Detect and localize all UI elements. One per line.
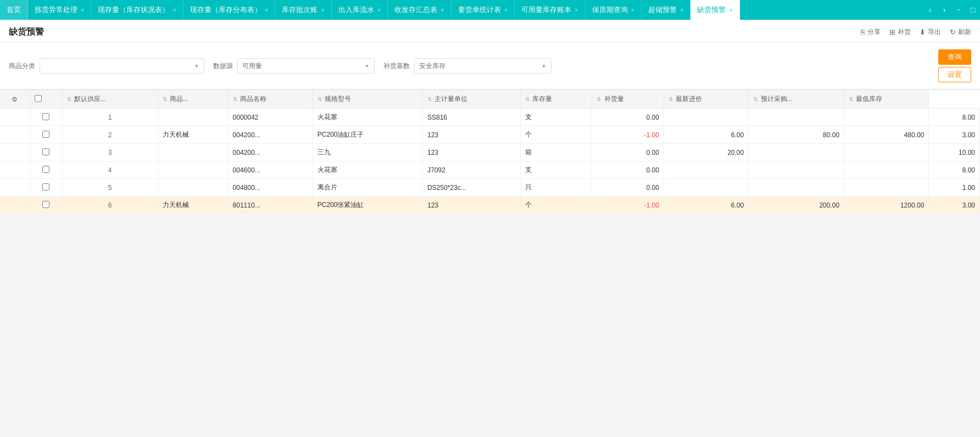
row-checkbox[interactable] — [42, 131, 49, 138]
replenish-base-filter-group: 补货基数 安全库存 ▼ — [383, 58, 552, 74]
row-name-cell: PC200张紧油缸 — [313, 197, 422, 214]
row-stock-cell: 0.00 — [592, 179, 664, 197]
th-replenish[interactable]: ⇅ 补货量 — [592, 90, 664, 109]
row-checkbox[interactable] — [42, 183, 49, 191]
row-number-cell: 1 — [62, 109, 158, 126]
nav-tab-9[interactable]: 保质期查询 × — [586, 0, 642, 20]
row-checkbox[interactable] — [42, 201, 49, 208]
row-unit-cell: 个 — [520, 197, 592, 214]
row-checkbox[interactable] — [42, 113, 49, 120]
share-button[interactable]: ⎘ 分享 — [861, 27, 881, 37]
replenish-base-select-value: 安全库存 — [419, 61, 446, 71]
datasource-select[interactable]: 可用量 ▼ — [237, 58, 375, 74]
row-spec-cell: 123 — [422, 144, 520, 161]
nav-tab-8[interactable]: 可用量库存账本 × — [515, 0, 585, 20]
row-checkbox-cell — [30, 109, 62, 126]
row-gear-cell — [0, 144, 30, 161]
nav-tab-5[interactable]: 出入库流水 × — [332, 0, 388, 20]
refresh-button[interactable]: ↻ 刷新 — [950, 27, 971, 37]
row-name-cell: 火花塞 — [313, 161, 422, 179]
nav-tab-7[interactable]: 要货单统计表 × — [452, 0, 515, 20]
minimize-button[interactable]: － — [951, 0, 966, 20]
export-button[interactable]: ⬇ 导出 — [920, 27, 941, 37]
row-supplier-cell — [158, 144, 228, 161]
row-replenish-cell — [664, 161, 748, 179]
th-est-purchase[interactable]: ⇅ 预计采购... — [749, 90, 844, 109]
row-stock-cell: -1.00 — [592, 197, 664, 214]
close-icon[interactable]: × — [729, 7, 732, 13]
page-title: 缺货预警 — [9, 26, 44, 38]
close-icon[interactable]: × — [680, 7, 683, 13]
th-item-name[interactable]: ⇅ 商品名称 — [228, 90, 313, 109]
gear-icon[interactable]: ⚙ — [12, 96, 18, 103]
nav-next-button[interactable]: › — [937, 0, 951, 20]
table-row: 2 力天机械 004200... PC200油缸庄子 123 个 -1.00 6… — [0, 126, 980, 144]
replenish-base-select[interactable]: 安全库存 ▼ — [414, 58, 552, 74]
th-stock[interactable]: ⇅ 库存量 — [520, 90, 592, 109]
table-row: 1 0000042 火花塞 SS816 支 0.00 8.00 — [0, 109, 980, 126]
nav-arrows: ‹ › － □ — [923, 0, 980, 20]
row-est-purchase-cell — [844, 161, 929, 179]
row-min-stock-cell: 1.00 — [929, 179, 980, 197]
row-unit-cell: 支 — [520, 109, 592, 126]
row-stock-cell: 0.00 — [592, 109, 664, 126]
close-icon[interactable]: × — [631, 7, 634, 13]
category-select[interactable]: ▼ — [40, 58, 204, 74]
sort-icon: ⇅ — [669, 96, 673, 102]
nav-tab-home[interactable]: 首页 — [0, 0, 28, 20]
close-icon[interactable]: × — [321, 7, 324, 13]
refresh-icon: ↻ — [950, 28, 956, 36]
nav-tab-4[interactable]: 库存批次账 × — [275, 0, 331, 20]
sort-icon: ⇅ — [427, 96, 432, 102]
row-checkbox-cell — [30, 144, 62, 161]
sort-icon: ⇅ — [318, 96, 322, 102]
nav-tab-1[interactable]: 拣货异常处理 × — [28, 0, 91, 20]
nav-prev-button[interactable]: ‹ — [923, 0, 937, 20]
settings-button[interactable]: 设置 — [938, 67, 971, 82]
row-number-cell: 6 — [62, 197, 158, 214]
th-min-stock[interactable]: ⇅ 最低库存 — [844, 90, 929, 109]
th-default-supplier[interactable]: ⇅ 默认供应... — [62, 90, 158, 109]
row-code-cell: 004800... — [228, 179, 313, 197]
close-icon[interactable]: × — [265, 7, 268, 13]
nav-tab-3[interactable]: 现存量（库存分布表） × — [183, 0, 275, 20]
row-gear-cell — [0, 179, 30, 197]
row-replenish-cell: 6.00 — [664, 197, 748, 214]
table-row: 5 004800... 离合片 DS250*23c... 只 0.00 1.00 — [0, 179, 980, 197]
replenish-button[interactable]: ⊞ 补货 — [889, 27, 911, 37]
select-all-checkbox[interactable] — [35, 95, 42, 102]
row-name-cell: 离合片 — [313, 179, 422, 197]
nav-tab-10[interactable]: 超储预警 × — [642, 0, 691, 20]
th-item-code[interactable]: ⇅ 商品... — [158, 90, 228, 109]
close-icon[interactable]: × — [377, 7, 381, 13]
close-icon[interactable]: × — [504, 7, 508, 13]
sort-icon: ⇅ — [753, 96, 758, 102]
th-spec[interactable]: ⇅ 规格型号 — [313, 90, 422, 109]
nav-tab-2[interactable]: 现存量（库存状况表） × — [91, 0, 183, 20]
row-number-cell: 2 — [62, 126, 158, 144]
table-header-row: ⚙ ⇅ 默认供应... ⇅ 商品... ⇅ 商品名称 — [0, 90, 980, 109]
th-latest-price[interactable]: ⇅ 最新进价 — [664, 90, 748, 109]
close-icon[interactable]: × — [441, 7, 444, 13]
row-min-stock-cell: 3.00 — [929, 126, 980, 144]
row-spec-cell: SS816 — [422, 109, 520, 126]
row-checkbox[interactable] — [42, 166, 49, 173]
nav-tab-6[interactable]: 收发存汇总表 × — [388, 0, 451, 20]
row-checkbox[interactable] — [42, 148, 49, 155]
category-filter-group: 商品分类 ▼ — [9, 58, 204, 74]
query-button[interactable]: 查询 — [938, 49, 971, 65]
row-stock-cell: -1.00 — [592, 126, 664, 144]
close-icon[interactable]: × — [172, 7, 176, 13]
th-unit[interactable]: ⇅ 主计量单位 — [422, 90, 520, 109]
close-icon[interactable]: × — [81, 7, 84, 13]
table-row: 4 004600... 火花塞 J7092 支 0.00 8.00 — [0, 161, 980, 179]
close-icon[interactable]: × — [575, 7, 578, 13]
replenish-icon: ⊞ — [889, 28, 895, 36]
table-container: ⚙ ⇅ 默认供应... ⇅ 商品... ⇅ 商品名称 — [0, 89, 980, 214]
maximize-button[interactable]: □ — [966, 0, 980, 20]
datasource-label: 数据源 — [213, 61, 233, 71]
row-est-purchase-cell — [844, 144, 929, 161]
row-gear-cell — [0, 126, 30, 144]
replenish-base-label: 补货基数 — [383, 61, 410, 71]
nav-tab-11[interactable]: 缺货预警 × — [691, 0, 739, 20]
